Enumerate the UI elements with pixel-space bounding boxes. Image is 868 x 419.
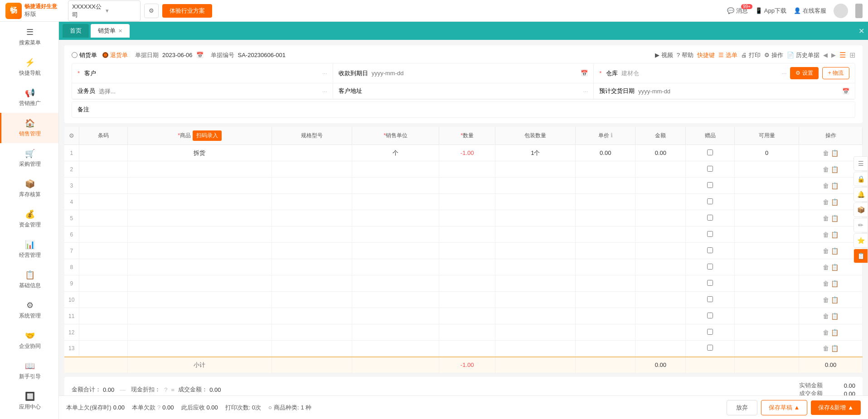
sidebar-item-system[interactable]: ⚙ 系统管理 bbox=[0, 295, 58, 325]
company-select[interactable]: XXXXXX公司 ▾ bbox=[68, 0, 141, 21]
row-1-unit[interactable]: 个 bbox=[352, 145, 439, 161]
next-icon[interactable]: ▶ bbox=[831, 52, 836, 58]
trial-button[interactable]: 体验行业方案 bbox=[162, 4, 212, 18]
copy-icon[interactable]: 📋 bbox=[831, 296, 839, 303]
shortcut-btn[interactable]: 快捷键 bbox=[697, 51, 715, 59]
select-order-btn[interactable]: ☰ 选单 bbox=[718, 51, 737, 59]
copy-icon[interactable]: 📋 bbox=[831, 198, 839, 206]
operate-btn[interactable]: ⚙ 操作 bbox=[764, 51, 783, 59]
warehouse-input[interactable] bbox=[621, 70, 778, 77]
grid-view-icon[interactable]: ⊞ bbox=[849, 51, 855, 59]
row-1-barcode[interactable] bbox=[79, 145, 128, 161]
set-button[interactable]: ⚙ 设置 bbox=[790, 67, 818, 79]
row-1-quantity[interactable]: -1.00 bbox=[439, 145, 495, 161]
list-view-icon[interactable]: ☰ bbox=[839, 51, 846, 59]
delete-icon[interactable]: 🗑 bbox=[823, 296, 829, 303]
total-owe-info-icon[interactable]: ? bbox=[157, 404, 160, 411]
customer-input[interactable] bbox=[100, 70, 319, 77]
expected-date-calendar-icon[interactable]: 📅 bbox=[842, 88, 849, 95]
settings-button[interactable]: ⚙ bbox=[144, 4, 159, 18]
salesperson-more-icon[interactable]: ··· bbox=[322, 88, 327, 95]
discard-button[interactable]: 放弃 bbox=[727, 400, 757, 415]
sidebar-item-operations[interactable]: 📊 经营管理 bbox=[0, 234, 58, 265]
warehouse-more-icon[interactable]: ··· bbox=[781, 70, 786, 77]
sidebar-item-wechat[interactable]: 💬 企业微信 bbox=[0, 416, 58, 419]
expected-date-input[interactable] bbox=[638, 88, 839, 95]
copy-icon[interactable]: 📋 bbox=[831, 166, 839, 173]
delete-icon[interactable]: 🗑 bbox=[823, 182, 829, 189]
copy-icon[interactable]: 📋 bbox=[831, 280, 839, 287]
logistics-button[interactable]: + 物流 bbox=[822, 67, 849, 79]
video-btn[interactable]: ▶ 视频 bbox=[655, 51, 673, 59]
customer-addr-more-icon[interactable]: ··· bbox=[583, 88, 588, 95]
delete-icon[interactable]: 🗑 bbox=[823, 215, 829, 222]
radio-return-order[interactable]: 退货单 bbox=[102, 51, 128, 59]
float-btn-5[interactable]: ✏ bbox=[853, 218, 868, 232]
save-new-button[interactable]: 保存&新增 ▲ bbox=[811, 400, 861, 415]
float-btn-3[interactable]: 🔔 bbox=[853, 187, 868, 202]
sidebar-item-base[interactable]: 📋 基础信息 bbox=[0, 265, 58, 295]
delete-icon[interactable]: 🗑 bbox=[823, 231, 829, 238]
tab-close-icon[interactable]: ✕ bbox=[118, 28, 122, 34]
float-btn-4[interactable]: 📦 bbox=[853, 202, 868, 217]
app-download-button[interactable]: 📱 App下载 bbox=[755, 7, 786, 15]
delete-icon[interactable]: 🗑 bbox=[823, 149, 829, 157]
sidebar-item-purchase[interactable]: 🛒 采购管理 bbox=[0, 143, 58, 173]
float-btn-1[interactable]: ☰ bbox=[853, 156, 868, 171]
save-draft-button[interactable]: 保存草稿 ▲ bbox=[761, 400, 808, 415]
delete-icon[interactable]: 🗑 bbox=[823, 247, 829, 255]
copy-icon[interactable]: 📋 bbox=[831, 215, 839, 222]
col-gear-icon[interactable]: ⚙ bbox=[69, 132, 74, 139]
copy-icon[interactable]: 📋 bbox=[831, 231, 839, 238]
delete-icon[interactable]: 🗑 bbox=[823, 264, 829, 271]
float-btn-7[interactable]: 📋 bbox=[853, 249, 868, 263]
col-settings[interactable]: ⚙ bbox=[64, 127, 79, 145]
delete-icon[interactable]: 🗑 bbox=[823, 329, 829, 336]
sidebar-item-finance[interactable]: 💰 资金管理 bbox=[0, 204, 58, 234]
row-1-pack-qty[interactable]: 1个 bbox=[495, 145, 576, 161]
row-1-product[interactable]: 拆货 bbox=[128, 145, 272, 161]
user-avatar[interactable] bbox=[834, 4, 848, 18]
note-input[interactable] bbox=[93, 106, 849, 113]
float-btn-2[interactable]: 🔒 bbox=[853, 172, 868, 186]
copy-icon[interactable]: 📋 bbox=[831, 149, 839, 157]
sidebar-item-search[interactable]: ☰ 搜索菜单 bbox=[0, 22, 58, 52]
copy-icon[interactable]: 📋 bbox=[831, 313, 839, 320]
customer-addr-input[interactable] bbox=[366, 88, 580, 95]
row-1-gift[interactable] bbox=[686, 145, 735, 161]
delete-icon[interactable]: 🗑 bbox=[823, 166, 829, 173]
delete-icon[interactable]: 🗑 bbox=[823, 198, 829, 206]
sidebar-item-guide[interactable]: 📖 新手引导 bbox=[0, 356, 58, 386]
row-1-spec[interactable] bbox=[272, 145, 352, 161]
prev-icon[interactable]: ◀ bbox=[823, 52, 828, 58]
online-service-button[interactable]: 👤 在线客服 bbox=[794, 7, 826, 15]
copy-icon[interactable]: 📋 bbox=[831, 329, 839, 336]
price-info-icon[interactable]: ℹ bbox=[611, 132, 613, 139]
close-all-tabs-icon[interactable]: ✕ bbox=[858, 27, 864, 35]
copy-icon[interactable]: 📋 bbox=[831, 345, 839, 352]
delete-icon[interactable]: 🗑 bbox=[823, 280, 829, 287]
copy-icon[interactable]: 📋 bbox=[831, 182, 839, 189]
radio-sales-order[interactable]: 销货单 bbox=[72, 51, 97, 59]
calc-help-icon[interactable]: ? bbox=[164, 386, 167, 393]
sidebar-item-collab[interactable]: 🤝 企业协同 bbox=[0, 325, 58, 356]
calendar-icon[interactable]: 📅 bbox=[196, 52, 204, 58]
sidebar-item-sales[interactable]: 🏠 销售管理 bbox=[0, 113, 58, 143]
sidebar-item-quick-nav[interactable]: ⚡ 快捷导航 bbox=[0, 52, 58, 82]
product-type-item[interactable]: ○ 商品种类: 1 种 bbox=[268, 404, 311, 412]
receipt-date-input[interactable] bbox=[372, 70, 577, 77]
print-btn[interactable]: 🖨 打印 bbox=[741, 51, 761, 59]
copy-icon[interactable]: 📋 bbox=[831, 264, 839, 271]
message-button[interactable]: 💬 消息 99+ bbox=[727, 7, 748, 15]
history-btn[interactable]: 📄 历史单据 bbox=[787, 51, 820, 59]
sidebar-item-marketing[interactable]: 📢 营销推广 bbox=[0, 82, 58, 113]
scan-button[interactable]: 扫码录入 bbox=[193, 130, 222, 141]
user-expand[interactable] bbox=[855, 4, 863, 18]
copy-icon[interactable]: 📋 bbox=[831, 247, 839, 255]
delete-icon[interactable]: 🗑 bbox=[823, 345, 829, 352]
sidebar-item-app-center[interactable]: 🔲 应用中心 bbox=[0, 386, 58, 416]
help-btn[interactable]: ? 帮助 bbox=[677, 51, 693, 59]
tab-home[interactable]: 首页 bbox=[63, 24, 89, 38]
salesperson-input[interactable] bbox=[99, 88, 319, 95]
receipt-date-calendar-icon[interactable]: 📅 bbox=[581, 70, 588, 77]
